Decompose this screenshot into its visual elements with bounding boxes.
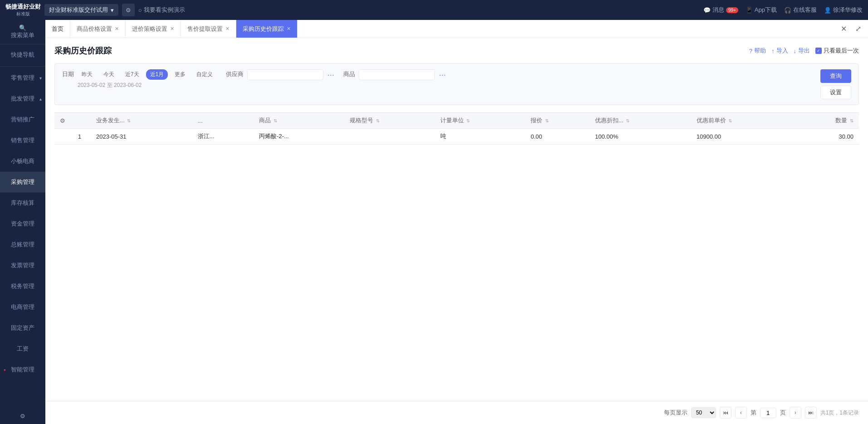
sidebar-item-ecommerce-small[interactable]: 小畅电商	[0, 151, 45, 172]
per-page-label: 每页显示	[664, 409, 688, 417]
sidebar-item-inventory[interactable]: 库存核算	[0, 193, 45, 213]
help-label: 帮助	[754, 47, 766, 55]
export-button[interactable]: ↓ 导出	[794, 47, 810, 55]
chevron-down-icon: ▾	[111, 7, 114, 14]
user-label: 徐泽华修改	[833, 6, 863, 14]
supplier-more-btn[interactable]: …	[327, 69, 334, 77]
help-button[interactable]: ? 帮助	[749, 47, 766, 55]
per-page-select[interactable]: 50 10 20 100	[691, 407, 716, 418]
date-btn-today[interactable]: 今天	[99, 69, 118, 80]
col-qty-label: 数量	[835, 117, 847, 124]
row-supplier: 浙江...	[192, 129, 254, 145]
sidebar-item-wholesale[interactable]: 批发管理 ▴	[0, 88, 45, 109]
col-unit[interactable]: 计量单位 ⇅	[435, 113, 526, 129]
sidebar-item-invoice[interactable]: 发票管理	[0, 255, 45, 276]
gear-icon: ⚙	[20, 413, 25, 419]
product-label: 商品	[343, 69, 355, 78]
message-button[interactable]: 💬 消息 99+	[703, 6, 738, 14]
sort-icon: ⇅	[127, 118, 131, 123]
tab-maximize-button[interactable]: ⤢	[852, 23, 864, 35]
tab-close-icon[interactable]: ✕	[225, 26, 229, 32]
col-unit-price[interactable]: 优惠前单价 ⇅	[691, 113, 795, 129]
col-product-label: 商品	[259, 117, 271, 124]
import-label: 导入	[776, 47, 788, 55]
date-btn-1month[interactable]: 近1月	[146, 69, 168, 80]
product-more-btn[interactable]: …	[439, 69, 446, 77]
sort-icon: ⇅	[376, 118, 380, 123]
sort-icon: ⇅	[850, 118, 853, 123]
sidebar-item-label: 销售管理	[11, 137, 34, 144]
filter-settings-button[interactable]: 设置	[820, 86, 851, 99]
sort-icon: ⇅	[728, 118, 732, 123]
row-settings	[54, 129, 73, 145]
date-btn-7days[interactable]: 近7天	[121, 69, 143, 80]
sidebar-item-retail[interactable]: 零售管理 ▾	[0, 67, 45, 88]
tab-price-extract[interactable]: 售价提取设置 ✕	[181, 20, 236, 38]
sidebar-item-payroll[interactable]: 工资	[0, 338, 45, 359]
row-discount: 100.00%	[590, 129, 691, 145]
import-button[interactable]: ↑ 导入	[771, 47, 788, 55]
table-row: 1 2023-05-31 浙江... 丙烯酸-2-... 吨 0.00 100.…	[54, 129, 859, 145]
query-button[interactable]: 查询	[820, 69, 851, 83]
topbar-settings-button[interactable]: ⚙	[122, 4, 135, 16]
date-btn-yesterday[interactable]: 昨天	[78, 69, 97, 80]
sidebar-item-ledger[interactable]: 总账管理	[0, 234, 45, 255]
tab-history-price[interactable]: 采购历史价跟踪 ✕	[236, 20, 297, 38]
user-menu-button[interactable]: 👤 徐泽华修改	[824, 6, 863, 14]
sidebar-item-label: 库存核算	[11, 199, 34, 206]
page-first-button[interactable]: ⏮	[720, 407, 731, 419]
sidebar-item-ecommerce[interactable]: 电商管理	[0, 297, 45, 318]
app-download-button[interactable]: 📱 App下载	[746, 6, 777, 14]
tab-product-price[interactable]: 商品价格设置 ✕	[70, 20, 126, 38]
product-input[interactable]	[359, 69, 435, 80]
sidebar-item-label: 快捷导航	[11, 51, 34, 58]
tab-home[interactable]: 首页	[45, 20, 70, 38]
supplier-input[interactable]	[247, 69, 323, 80]
row-qty: 30.00	[795, 129, 859, 145]
page-last-button[interactable]: ⏭	[805, 407, 817, 419]
col-settings[interactable]: ⚙	[54, 113, 73, 129]
page-header: 采购历史价跟踪 ? 帮助 ↑ 导入 ↓ 导出	[54, 45, 859, 56]
col-qty[interactable]: 数量 ⇅	[795, 113, 859, 129]
product-selector[interactable]: 好业财标准版交付试用 ▾	[44, 4, 118, 16]
sidebar-item-quick-nav[interactable]: 快捷导航	[0, 44, 45, 65]
page-prev-button[interactable]: ‹	[735, 407, 747, 419]
app-title: 畅捷通好业财	[5, 3, 41, 11]
sidebar-item-finance[interactable]: 资金管理	[0, 213, 45, 234]
col-product[interactable]: 商品 ⇅	[254, 113, 344, 129]
date-btn-custom[interactable]: 自定义	[192, 69, 217, 80]
col-price[interactable]: 报价 ⇅	[525, 113, 590, 129]
tab-close-button[interactable]: ✕	[837, 23, 850, 35]
sidebar-item-sales[interactable]: 销售管理	[0, 130, 45, 151]
col-more[interactable]: ...	[192, 113, 254, 129]
sidebar-settings-button[interactable]: ⚙	[0, 408, 45, 424]
sidebar-item-ai[interactable]: 智能管理	[0, 359, 45, 380]
page-content: 采购历史价跟踪 ? 帮助 ↑ 导入 ↓ 导出	[45, 38, 868, 401]
sidebar-item-purchase[interactable]: 采购管理	[0, 172, 45, 193]
col-discount[interactable]: 优惠折扣... ⇅	[590, 113, 691, 129]
page-next-button[interactable]: ›	[790, 407, 801, 419]
col-spec[interactable]: 规格型号 ⇅	[344, 113, 435, 129]
row-unit-price: 10900.00	[691, 129, 795, 145]
only-last-checkbox[interactable]: ✓ 只看最后一次	[815, 47, 859, 55]
tab-close-icon[interactable]: ✕	[115, 26, 119, 32]
sidebar-item-tax[interactable]: 税务管理	[0, 276, 45, 297]
tab-close-icon[interactable]: ✕	[287, 26, 291, 32]
sidebar-search-button[interactable]: 🔍 搜索菜单	[0, 20, 45, 44]
sidebar-divider-1	[0, 66, 45, 67]
sidebar-item-label: 工资	[17, 345, 29, 352]
row-no: 1	[73, 129, 91, 145]
sidebar-item-marketing[interactable]: 营销推广	[0, 109, 45, 130]
page-input[interactable]	[760, 408, 776, 418]
date-btn-more[interactable]: 更多	[171, 69, 190, 80]
sidebar-item-fixed-assets[interactable]: 固定资产	[0, 318, 45, 338]
service-button[interactable]: 🎧 在线客服	[784, 6, 817, 14]
search-icon: 🔍	[19, 24, 26, 31]
demo-button[interactable]: ○ 我要看实例演示	[138, 6, 185, 14]
col-date[interactable]: 业务发生... ⇅	[91, 113, 192, 129]
tab-close-icon[interactable]: ✕	[170, 26, 174, 32]
tab-purchase-strategy[interactable]: 进价策略设置 ✕	[126, 20, 181, 38]
tab-label: 进价策略设置	[132, 25, 167, 33]
question-icon: ?	[749, 48, 752, 54]
date-filter-group: 日期 昨天 今天 近7天 近1月 更多 自定义 2023-05-02 至 202…	[62, 69, 217, 89]
